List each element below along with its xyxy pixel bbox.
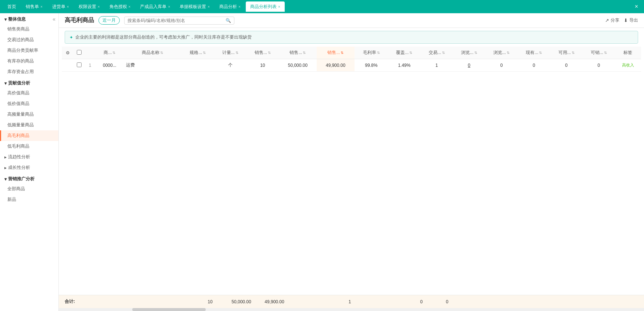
row-available: 0 <box>550 59 582 72</box>
sidebar-item-analysis-contrib[interactable]: 商品分类贡献率 <box>0 45 58 56</box>
sidebar-section-marketing[interactable]: ▾ 营销推广分析 <box>0 173 58 184</box>
row-settings <box>62 59 73 72</box>
sort-icon-spec: ⇅ <box>203 51 206 55</box>
sidebar-item-low-margin[interactable]: 低毛利商品 <box>0 141 58 152</box>
table-container[interactable]: ⚙ 商... ⇅ <box>59 47 644 295</box>
footer-label: 合计: <box>65 299 75 305</box>
nav-tab-products-entry[interactable]: 产成品入库单 × <box>136 1 175 12</box>
table-header-row: ⚙ 商... ⇅ <box>62 47 641 59</box>
sort-icon-unit: ⇅ <box>235 51 238 55</box>
row-transaction: 1 <box>421 59 453 72</box>
sales-amount-col-header[interactable]: 销售... ⇅ <box>279 47 317 59</box>
sidebar-item-high-freq[interactable]: 高频量量商品 <box>0 109 58 120</box>
row-sales-qty: 10 <box>247 59 279 72</box>
row-select-checkbox[interactable] <box>77 62 82 67</box>
filter-recent-month-button[interactable]: 近一月 <box>98 16 120 25</box>
close-tab-sales[interactable]: × <box>40 5 43 9</box>
export-button[interactable]: ⬇ 导出 <box>624 17 638 23</box>
sort-icon-sales-cost: ⇅ <box>341 51 343 55</box>
settings-col-header[interactable]: ⚙ <box>62 47 73 59</box>
margin-rate-col-header[interactable]: 毛利率 ⇅ <box>355 47 388 59</box>
browse1-col-header[interactable]: 浏览... ⇅ <box>453 47 485 59</box>
checkbox-col-header[interactable] <box>73 47 84 59</box>
nav-tab-sales[interactable]: 销售单 × <box>21 1 47 12</box>
tag-col-header: 标签 <box>615 47 641 59</box>
nav-tab-template[interactable]: 单据模板设置 × <box>175 1 214 12</box>
close-tab-products-entry[interactable]: × <box>168 5 170 9</box>
code-col-header[interactable]: 商... ⇅ <box>96 47 124 59</box>
share-button[interactable]: ↗ 分享 <box>605 17 619 23</box>
search-icon[interactable]: 🔍 <box>226 18 231 23</box>
nav-tab-permissions[interactable]: 权限设置 × <box>74 1 104 12</box>
chevron-down-icon: ▾ <box>4 17 7 22</box>
sidebar-collapse-button[interactable]: « <box>53 16 55 22</box>
scrollbar-thumb[interactable] <box>132 308 206 311</box>
sort-icon-coverage: ⇅ <box>409 51 412 55</box>
sidebar-item-all-goods[interactable]: 全部商品 <box>0 184 58 194</box>
close-tab-purchase[interactable]: × <box>67 5 69 9</box>
sidebar-item-sales-goods[interactable]: 销售类商品 <box>0 24 58 35</box>
select-all-checkbox[interactable] <box>77 50 82 55</box>
row-tag: 高收入 <box>615 59 641 72</box>
close-tab-product-analysis[interactable]: × <box>238 5 241 9</box>
header-actions: ↗ 分享 ⬇ 导出 <box>605 17 638 23</box>
row-checkbox[interactable] <box>73 59 84 72</box>
sort-icon-browse1: ⇅ <box>474 51 477 55</box>
nav-tab-purchase[interactable]: 进货单 × <box>48 1 73 12</box>
close-tab-product-analysis-list[interactable]: × <box>278 5 280 9</box>
sort-icon-browse2: ⇅ <box>507 51 510 55</box>
sidebar-item-low-value[interactable]: 低价值商品 <box>0 98 58 109</box>
close-tab-template[interactable]: × <box>208 5 210 9</box>
export-icon: ⬇ <box>624 18 628 23</box>
row-browse1[interactable]: 0 <box>453 59 485 72</box>
table-row: 1 0000... 运费 个 <box>62 59 641 72</box>
sidebar-section-overall[interactable]: ▾ 整体信息 <box>0 13 58 24</box>
chevron-down-icon-wealth: ▾ <box>4 81 7 86</box>
sidebar-item-new-goods[interactable]: 新品 <box>0 194 58 205</box>
sidebar-item-stock-capital[interactable]: 库存资金占用 <box>0 66 58 77</box>
close-tab-permissions[interactable]: × <box>98 5 100 9</box>
sales-cost-col-header[interactable]: 销售... ⇅ <box>317 47 355 59</box>
available-col-header[interactable]: 可用... ⇅ <box>550 47 582 59</box>
search-input[interactable] <box>127 18 224 23</box>
horizontal-scrollbar[interactable] <box>59 308 644 311</box>
sidebar-item-low-freq[interactable]: 低频量量商品 <box>0 120 58 130</box>
sort-icon-margin-rate: ⇅ <box>377 51 380 55</box>
name-col-header[interactable]: 商品名称 ⇅ <box>124 47 182 59</box>
unit-col-header[interactable]: 计量... ⇅ <box>214 47 246 59</box>
sidebar-item-high-value[interactable]: 高价值商品 <box>0 88 58 98</box>
sidebar-item-high-margin[interactable]: 高毛利商品 <box>0 130 58 141</box>
nav-tab-product-analysis-list[interactable]: 商品分析列表 × <box>246 1 285 12</box>
tip-icon: ✦ <box>69 35 73 40</box>
close-tab-roles[interactable]: × <box>129 5 131 9</box>
sidebar-item-traded-goods[interactable]: 交易过的商品 <box>0 35 58 45</box>
coverage-col-header[interactable]: 覆盖... ⇅ <box>388 47 420 59</box>
current-stock-col-header[interactable]: 现有... ⇅ <box>518 47 550 59</box>
sort-icon-sales-qty: ⇅ <box>268 51 271 55</box>
row-unit: 个 <box>214 59 246 72</box>
footer-sales-amount: 50,000.00 <box>225 299 258 304</box>
spec-col-header[interactable]: 规格... ⇅ <box>181 47 214 59</box>
row-name[interactable]: 运费 <box>124 59 182 72</box>
browse2-col-header[interactable]: 浏览... ⇅ <box>485 47 518 59</box>
sidebar-section-growth[interactable]: ▸ 成长性分析 <box>0 162 58 173</box>
sidebar-section-wealth[interactable]: ▾ 贡献值分析 <box>0 77 58 88</box>
sort-icon-sales-amount: ⇅ <box>303 51 306 55</box>
sort-icon-available: ⇅ <box>572 51 575 55</box>
transaction-col-header[interactable]: 交易... ⇅ <box>421 47 453 59</box>
chevron-right-icon-trend: ▸ <box>4 155 7 160</box>
footer-available: 0 <box>434 299 460 304</box>
footer-sales-qty: 10 <box>195 299 225 304</box>
nav-tab-product-analysis[interactable]: 商品分析 × <box>215 1 245 12</box>
sidebar-section-trend[interactable]: ▸ 流趋性分析 <box>0 152 58 162</box>
products-table: ⚙ 商... ⇅ <box>62 47 641 72</box>
row-code[interactable]: 0000... <box>96 59 124 72</box>
saleable-col-header[interactable]: 可销... ⇅ <box>583 47 615 59</box>
main-layout: « ▾ 整体信息 销售类商品 交易过的商品 商品分类贡献率 有库存的商品 库存资… <box>0 13 644 311</box>
close-all-tabs-button[interactable]: × <box>632 3 641 10</box>
page-title: 高毛利商品 <box>65 17 94 24</box>
sales-qty-col-header[interactable]: 销售... ⇅ <box>247 47 279 59</box>
sidebar-item-stocked-goods[interactable]: 有库存的商品 <box>0 56 58 66</box>
nav-tab-home[interactable]: 首页 <box>3 2 21 11</box>
nav-tab-roles[interactable]: 角色授权 × <box>105 1 135 12</box>
